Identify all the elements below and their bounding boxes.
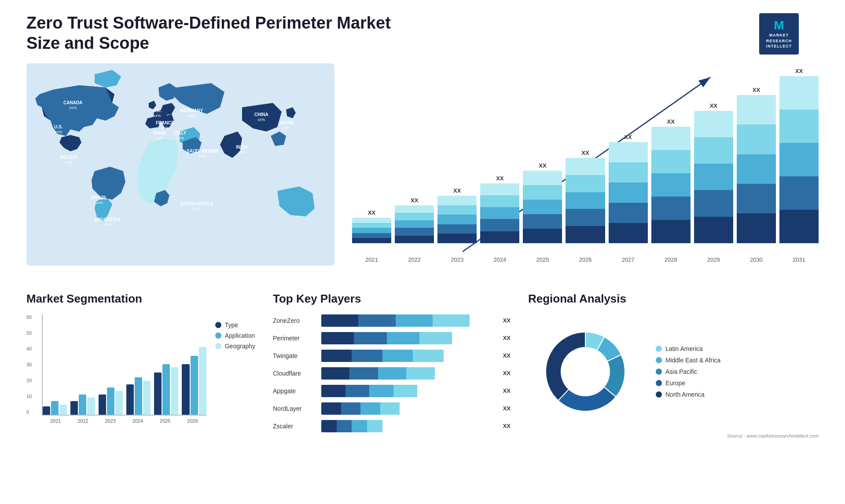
bar-segment-4 <box>651 150 691 173</box>
bar-segment-1 <box>609 223 648 243</box>
bar-stack <box>609 142 648 243</box>
seg-bar-3 <box>115 391 123 415</box>
player-value: XX <box>503 370 511 376</box>
bar-segment-4 <box>609 162 648 183</box>
bar-segment-5 <box>480 183 519 195</box>
bar-segment-4 <box>352 223 391 228</box>
seg-legend: TypeApplicationGeography <box>215 321 255 424</box>
bar-stack <box>480 183 519 243</box>
seg-legend-label: Geography <box>225 343 255 350</box>
seg-bar-group <box>43 401 67 415</box>
regional-legend: Latin AmericaMiddle East & AfricaAsia Pa… <box>656 345 720 398</box>
bar-segment-5 <box>609 142 648 162</box>
map-country-label: INDIAxx% <box>236 144 248 155</box>
bar-value-label: XX <box>624 134 632 140</box>
bar-segment-1 <box>395 236 434 243</box>
bar-year-label: 2029 <box>694 256 733 263</box>
bar-value-label: XX <box>581 150 589 156</box>
bar-segment-2 <box>523 214 562 229</box>
bar-segment-3 <box>779 143 819 176</box>
bar-stack <box>437 196 477 243</box>
map-country-label: U.S.xx% <box>54 124 62 135</box>
seg-bar-2 <box>162 364 170 415</box>
regional-legend-label: Europe <box>665 380 685 387</box>
player-value: XX <box>503 405 511 412</box>
map-country-label: SAUDI ARABIAxx% <box>187 148 218 159</box>
bar-value-label: XX <box>710 102 717 109</box>
seg-bar-3 <box>59 405 67 415</box>
seg-bar-1 <box>99 394 106 415</box>
bar-year-label: 2031 <box>779 256 819 263</box>
bar-segment-2 <box>609 203 648 223</box>
regional-legend-label: Middle East & Africa <box>665 357 720 364</box>
bar-group: XX <box>566 150 605 243</box>
bar-segment-5 <box>779 76 819 110</box>
bar-segment-1 <box>437 234 477 243</box>
seg-x-label: 2024 <box>124 418 151 424</box>
bar-segment-5 <box>437 196 477 205</box>
regional-legend-item: Europe <box>656 380 720 387</box>
segmentation-title: Market Segmentation <box>26 292 255 306</box>
seg-legend-dot <box>215 343 221 349</box>
player-name: ZoneZero <box>273 317 317 324</box>
seg-bar-2 <box>79 394 86 415</box>
bar-group: XX <box>352 209 391 243</box>
bar-segment-4 <box>737 124 776 154</box>
player-name: Appgate <box>273 387 317 394</box>
bar-segment-4 <box>480 195 519 207</box>
seg-y-label: 20 <box>26 378 32 383</box>
player-value: XX <box>503 317 511 324</box>
bar-group: XX <box>779 68 819 243</box>
bar-segment-5 <box>737 95 776 124</box>
bar-segment-1 <box>566 226 605 243</box>
bar-x-labels: 2021202220232024202520262027202820292030… <box>352 256 819 263</box>
bar-year-label: 2024 <box>480 256 519 263</box>
seg-legend-item: Application <box>215 332 255 339</box>
bar-group: XX <box>737 87 776 243</box>
seg-bar-group <box>154 364 178 415</box>
player-bar <box>321 332 452 344</box>
seg-legend-label: Application <box>225 332 255 339</box>
regional-legend-dot <box>656 357 662 363</box>
bar-segment-1 <box>352 238 391 243</box>
bar-year-label: 2026 <box>566 256 605 263</box>
bar-segment-2 <box>779 176 819 210</box>
bar-stack <box>694 111 733 243</box>
player-name: Cloudflare <box>273 370 317 377</box>
player-bar <box>321 420 382 432</box>
bar-segment-3 <box>609 183 648 203</box>
bar-stack <box>779 76 819 243</box>
seg-bar-1 <box>70 401 78 415</box>
bar-segment-5 <box>352 218 391 223</box>
player-value: XX <box>503 423 511 429</box>
bar-value-label: XX <box>795 68 803 74</box>
player-bar <box>321 314 470 327</box>
bar-group: XX <box>609 134 648 243</box>
seg-bar-group <box>70 394 95 415</box>
segmentation-section: Market Segmentation 0102030405060 202120… <box>26 292 255 438</box>
map-country-label: ARGENTINAxx% <box>94 217 120 228</box>
map-country-label: ITALYxx% <box>174 130 186 141</box>
bar-group: XX <box>480 175 519 243</box>
regional-legend-dot <box>656 369 662 375</box>
donut-segment <box>546 332 585 401</box>
bar-stack <box>566 158 605 243</box>
page-title: Zero Trust Software-Defined Perimeter Ma… <box>26 13 422 53</box>
seg-bar-group <box>126 377 151 414</box>
player-name: Zscaler <box>273 423 317 430</box>
header: Zero Trust Software-Defined Perimeter Ma… <box>26 13 819 55</box>
player-row: CloudflareXX <box>273 367 511 380</box>
bar-segment-3 <box>523 200 562 214</box>
player-bar <box>321 385 417 397</box>
bar-year-label: 2028 <box>651 256 691 263</box>
bar-segment-3 <box>737 154 776 184</box>
bar-segment-3 <box>395 220 434 228</box>
world-map-container: CANADAxx%U.S.xx%MEXICOxx%BRAZILxx%ARGENT… <box>26 63 334 266</box>
player-bar-container <box>321 350 496 362</box>
regional-legend-dot <box>656 380 662 386</box>
map-country-label: CANADAxx% <box>63 100 82 111</box>
seg-legend-label: Type <box>225 321 238 329</box>
bar-segment-2 <box>737 184 776 213</box>
bar-segment-1 <box>523 229 562 243</box>
seg-bar-2 <box>107 387 114 414</box>
